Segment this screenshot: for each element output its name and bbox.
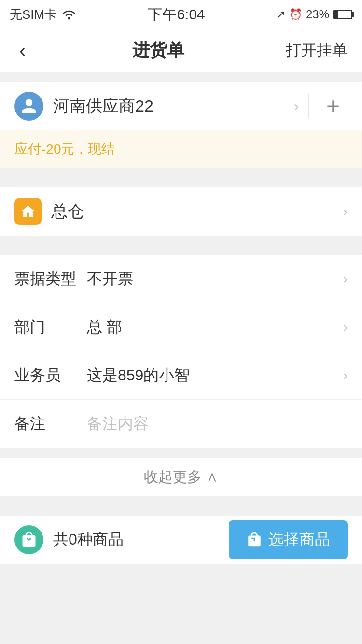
- carrier-label: 无SIM卡: [10, 6, 57, 23]
- warehouse-name: 总仓: [51, 200, 343, 223]
- salesperson-chevron-icon: ›: [343, 368, 348, 383]
- back-button[interactable]: ‹: [14, 35, 30, 66]
- supplier-divider: [308, 94, 309, 118]
- warehouse-icon-bg: [14, 198, 42, 225]
- battery-percent: 23%: [306, 8, 329, 21]
- salesperson-value: 这是859的小智: [82, 365, 343, 386]
- supplier-avatar: [14, 92, 43, 121]
- section-gap-2: [0, 168, 362, 178]
- form-section: 票据类型 不开票 › 部门 总 部 › 业务员 这是859的小智 › 备注 备注…: [0, 255, 362, 448]
- open-pending-button[interactable]: 打开挂单: [286, 40, 348, 61]
- invoice-type-label: 票据类型: [14, 268, 82, 290]
- warehouse-section: 总仓 ›: [0, 187, 362, 236]
- warehouse-row[interactable]: 总仓 ›: [14, 187, 348, 236]
- bottom-bar: 共0种商品 选择商品: [0, 516, 362, 564]
- select-product-label: 选择商品: [268, 529, 330, 550]
- svg-point-0: [68, 17, 70, 20]
- section-gap-4: [0, 496, 362, 506]
- salesperson-row[interactable]: 业务员 这是859的小智 ›: [0, 351, 362, 400]
- page-background: [0, 564, 362, 644]
- remark-row[interactable]: 备注 备注内容: [0, 400, 362, 448]
- plus-icon: +: [326, 95, 340, 118]
- warehouse-chevron-icon: ›: [343, 203, 348, 220]
- home-icon: [20, 203, 36, 220]
- select-product-button[interactable]: 选择商品: [229, 520, 348, 559]
- department-label: 部门: [14, 317, 82, 338]
- status-bar-right: ↗ ⏰ 23%: [277, 8, 352, 21]
- add-supplier-button[interactable]: +: [319, 92, 348, 121]
- department-value: 总 部: [82, 317, 343, 338]
- product-icon-bg: [14, 525, 43, 554]
- section-gap-1: [0, 72, 362, 82]
- shopping-bag-icon: [20, 531, 38, 548]
- product-count-label: 共0种商品: [53, 529, 229, 550]
- remark-value: 备注内容: [82, 413, 348, 434]
- invoice-type-row[interactable]: 票据类型 不开票 ›: [0, 255, 362, 303]
- status-bar-time: 下午6:04: [148, 5, 205, 25]
- department-chevron-icon: ›: [343, 320, 348, 335]
- collapse-section[interactable]: 收起更多 ∧: [0, 458, 362, 496]
- remark-label: 备注: [14, 413, 82, 434]
- department-row[interactable]: 部门 总 部 ›: [0, 303, 362, 351]
- invoice-type-value: 不开票: [82, 268, 343, 290]
- alarm-icon: ⏰: [289, 8, 302, 21]
- status-bar-left: 无SIM卡: [10, 6, 76, 23]
- person-icon: [20, 98, 38, 115]
- supplier-name: 河南供应商22: [53, 95, 294, 117]
- salesperson-label: 业务员: [14, 365, 82, 386]
- collapse-label: 收起更多 ∧: [144, 467, 218, 487]
- location-icon: ↗: [277, 8, 285, 21]
- wifi-icon: [62, 9, 76, 20]
- supplier-row[interactable]: 河南供应商22 ›: [14, 82, 299, 130]
- status-bar: 无SIM卡 下午6:04 ↗ ⏰ 23%: [0, 0, 362, 29]
- notice-text: 应付-20元，现结: [14, 141, 115, 156]
- section-gap-3: [0, 236, 362, 245]
- notice-banner: 应付-20元，现结: [0, 130, 362, 168]
- nav-bar: ‹ 进货单 打开挂单: [0, 29, 362, 72]
- supplier-section: 河南供应商22 › +: [0, 82, 362, 130]
- battery-icon: [333, 10, 352, 19]
- invoice-type-chevron-icon: ›: [343, 271, 348, 287]
- page-title: 进货单: [132, 39, 184, 62]
- supplier-chevron-icon: ›: [294, 98, 299, 114]
- select-product-icon: [246, 532, 263, 548]
